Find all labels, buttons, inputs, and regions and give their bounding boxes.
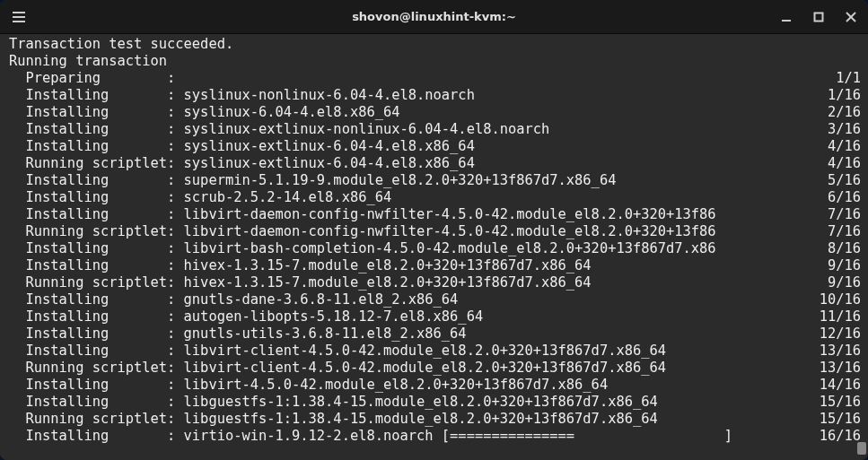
terminal-window: shovon@linuxhint-kvm:~ Transaction test … bbox=[0, 0, 868, 460]
svg-rect-1 bbox=[13, 16, 25, 18]
terminal-line: Installing : libvirt-client-4.5.0-42.mod… bbox=[9, 343, 863, 360]
scrollbar-thumb[interactable] bbox=[857, 442, 866, 455]
terminal-line: Installing : libvirt-bash-completion-4.5… bbox=[9, 240, 863, 257]
terminal-line: Installing : syslinux-6.04-4.el8.x86_642… bbox=[9, 104, 863, 121]
close-button[interactable] bbox=[843, 9, 859, 25]
terminal-line: Running transaction bbox=[9, 53, 863, 70]
terminal-line: Installing : scrub-2.5.2-14.el8.x86_646/… bbox=[9, 189, 863, 206]
terminal-line: Installing : syslinux-extlinux-6.04-4.el… bbox=[9, 138, 863, 155]
terminal-line: Running scriptlet: hivex-1.3.15-7.module… bbox=[9, 274, 863, 291]
svg-rect-0 bbox=[13, 12, 25, 13]
hamburger-menu-icon[interactable] bbox=[9, 7, 29, 27]
terminal-line: Installing : syslinux-extlinux-nonlinux-… bbox=[9, 121, 863, 138]
terminal-line: Installing : virtio-win-1.9.12-2.el8.noa… bbox=[9, 428, 863, 445]
terminal-line: Running scriptlet: libguestfs-1:1.38.4-1… bbox=[9, 411, 863, 428]
titlebar: shovon@linuxhint-kvm:~ bbox=[0, 0, 868, 34]
terminal-line: Installing : hivex-1.3.15-7.module_el8.2… bbox=[9, 257, 863, 274]
terminal-output[interactable]: Transaction test succeeded.Running trans… bbox=[0, 34, 868, 460]
terminal-line: Running scriptlet: syslinux-extlinux-6.0… bbox=[9, 155, 863, 172]
minimize-button[interactable] bbox=[778, 9, 794, 25]
terminal-line: Preparing : 1/1 bbox=[9, 70, 863, 87]
terminal-line: Transaction test succeeded. bbox=[9, 36, 863, 53]
terminal-line: Running scriptlet: libvirt-client-4.5.0-… bbox=[9, 360, 863, 377]
terminal-line: Installing : gnutls-utils-3.6.8-11.el8_2… bbox=[9, 325, 863, 343]
terminal-line: Installing : libguestfs-1:1.38.4-15.modu… bbox=[9, 394, 863, 411]
svg-rect-4 bbox=[815, 13, 823, 21]
terminal-line: Installing : libvirt-4.5.0-42.module_el8… bbox=[9, 377, 863, 394]
terminal-line: Installing : gnutls-dane-3.6.8-11.el8_2.… bbox=[9, 291, 863, 308]
maximize-button[interactable] bbox=[811, 9, 827, 25]
window-title: shovon@linuxhint-kvm:~ bbox=[0, 10, 868, 23]
terminal-line: Running scriptlet: libvirt-daemon-config… bbox=[9, 223, 863, 240]
terminal-line: Installing : autogen-libopts-5.18.12-7.e… bbox=[9, 308, 863, 325]
terminal-line: Installing : syslinux-nonlinux-6.04-4.el… bbox=[9, 87, 863, 104]
window-controls bbox=[778, 9, 859, 25]
svg-rect-2 bbox=[13, 21, 25, 22]
terminal-line: Installing : libvirt-daemon-config-nwfil… bbox=[9, 206, 863, 223]
terminal-line: Installing : supermin-5.1.19-9.module_el… bbox=[9, 172, 863, 189]
